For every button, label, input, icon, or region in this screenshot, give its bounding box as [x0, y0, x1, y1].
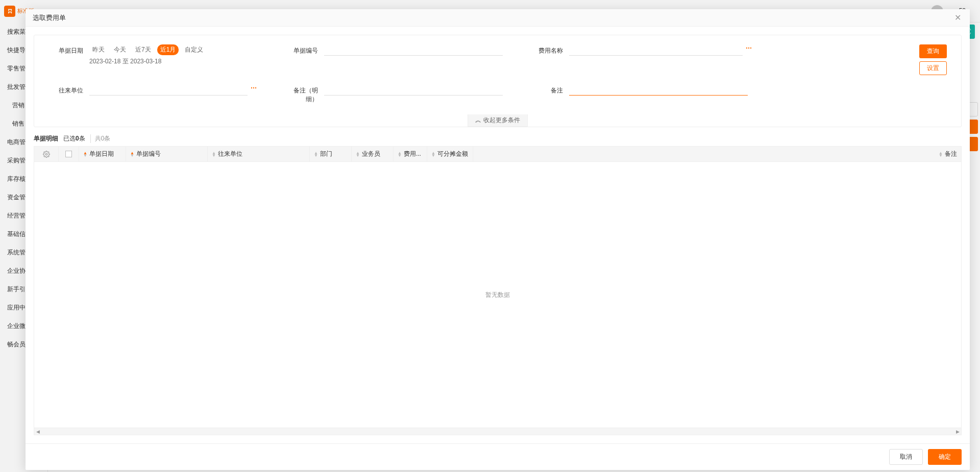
scroll-left-icon: ◀ — [34, 428, 41, 435]
col-doc-no[interactable]: ▲▼ 单据编号 — [126, 147, 208, 161]
sort-icon: ▲▼ — [83, 152, 87, 157]
sort-icon: ▲▼ — [212, 152, 216, 157]
collapse-button[interactable]: ︽ 收起更多条件 — [468, 114, 528, 127]
horizontal-scrollbar[interactable]: ◀ ▶ — [34, 428, 961, 435]
col-alloc-amount[interactable]: ▲▼ 可分摊金额 — [427, 147, 473, 161]
remark-label: 备注 — [528, 84, 569, 95]
empty-state: 暂无数据 — [34, 162, 961, 428]
col-dept[interactable]: ▲▼ 部门 — [310, 147, 352, 161]
col-partner[interactable]: ▲▼ 往来单位 — [208, 147, 310, 161]
fee-name-picker-icon[interactable]: ⋯ — [746, 44, 752, 52]
settings-button[interactable]: 设置 — [919, 61, 947, 75]
select-fee-modal: 选取费用单 ✕ 单据日期 昨天 今天 近7天 近1月 自定义 — [26, 9, 970, 470]
date-chip-group: 昨天 今天 近7天 近1月 自定义 — [89, 44, 206, 55]
col-label: 费用... — [404, 150, 421, 158]
modal-body: 单据日期 昨天 今天 近7天 近1月 自定义 2023-02-18 至 2023… — [26, 27, 970, 443]
select-all-checkbox[interactable] — [59, 147, 79, 161]
detail-remark-input[interactable] — [324, 84, 503, 96]
col-doc-date[interactable]: ▲▼ 单据日期 — [79, 147, 126, 161]
fee-name-label: 费用名称 — [528, 44, 569, 55]
col-label: 部门 — [320, 150, 332, 158]
col-label: 单据编号 — [136, 150, 161, 158]
sort-icon: ▲▼ — [356, 152, 360, 157]
col-label: 备注 — [945, 150, 957, 158]
date-chip-1month[interactable]: 近1月 — [157, 44, 179, 55]
partner-picker-icon[interactable]: ⋯ — [251, 84, 257, 91]
cancel-button[interactable]: 取消 — [889, 449, 923, 465]
result-table: ▲▼ 单据日期 ▲▼ 单据编号 ▲▼ 往来单位 ▲▼ 部门 ▲▼ 业务员 — [34, 146, 962, 435]
total-count: 共0条 — [90, 134, 111, 143]
date-chip-yesterday[interactable]: 昨天 — [89, 44, 108, 55]
chevron-up-icon: ︽ — [475, 116, 481, 125]
column-settings[interactable] — [34, 147, 59, 161]
gear-icon — [43, 151, 50, 158]
col-clerk[interactable]: ▲▼ 业务员 — [352, 147, 394, 161]
confirm-button[interactable]: 确定 — [928, 449, 962, 465]
sort-icon: ▲▼ — [130, 152, 134, 157]
date-chip-7days[interactable]: 近7天 — [132, 44, 154, 55]
date-label: 单据日期 — [48, 44, 89, 55]
modal-title: 选取费用单 — [33, 13, 66, 22]
date-chip-custom[interactable]: 自定义 — [182, 44, 206, 55]
remark-input[interactable] — [569, 84, 748, 96]
sort-icon: ▲▼ — [939, 152, 943, 157]
svg-point-0 — [45, 153, 47, 155]
collapse-label: 收起更多条件 — [483, 116, 520, 125]
fee-name-input[interactable] — [569, 44, 743, 56]
col-label: 往来单位 — [218, 150, 242, 158]
checkbox-icon — [65, 151, 72, 157]
filter-panel: 单据日期 昨天 今天 近7天 近1月 自定义 2023-02-18 至 2023… — [34, 35, 962, 127]
col-label: 可分摊金额 — [437, 150, 468, 158]
selected-count: 已选0条 — [63, 134, 85, 143]
section-head: 单据明细 已选0条 共0条 — [34, 134, 962, 143]
col-label: 业务员 — [362, 150, 380, 158]
sort-icon: ▲▼ — [314, 152, 318, 157]
section-title: 单据明细 — [34, 134, 58, 143]
filter-actions: 查询 设置 — [919, 44, 947, 75]
collapse-bar: ︽ 收起更多条件 — [48, 114, 947, 127]
sort-icon: ▲▼ — [431, 152, 435, 157]
date-range-text: 2023-02-18 至 2023-03-18 — [89, 57, 206, 66]
scroll-right-icon: ▶ — [954, 428, 961, 435]
col-remark[interactable]: ▲▼ 备注 — [473, 147, 961, 161]
doc-no-label: 单据编号 — [283, 44, 324, 55]
table-header: ▲▼ 单据日期 ▲▼ 单据编号 ▲▼ 往来单位 ▲▼ 部门 ▲▼ 业务员 — [34, 147, 961, 162]
modal-header: 选取费用单 ✕ — [26, 9, 970, 27]
close-icon[interactable]: ✕ — [952, 13, 963, 23]
modal-footer: 取消 确定 — [26, 443, 970, 470]
date-chip-today[interactable]: 今天 — [111, 44, 129, 55]
detail-remark-label: 备注（明细） — [283, 84, 324, 104]
col-fee[interactable]: ▲▼ 费用... — [394, 147, 427, 161]
partner-input[interactable] — [89, 84, 248, 96]
partner-label: 往来单位 — [48, 84, 89, 95]
doc-no-input[interactable] — [324, 44, 503, 56]
sort-icon: ▲▼ — [398, 152, 402, 157]
query-button[interactable]: 查询 — [919, 44, 947, 58]
col-label: 单据日期 — [89, 150, 114, 158]
